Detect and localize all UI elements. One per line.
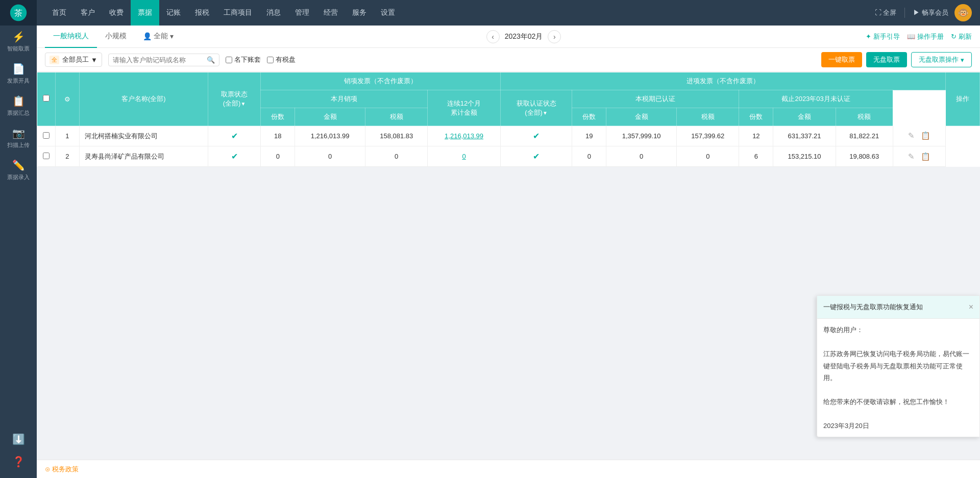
notification-text: 尊敬的用户： 江苏政务网已恢复访问电子税务局功能，易代账一键登陆电子税务局与无盘… [823,324,973,432]
employee-select[interactable]: 全 全部员工 ▼ [45,53,102,67]
no-disk-operations-btn[interactable]: 无盘取票操作 ▾ [911,52,972,67]
row-period-count: 19 [572,126,606,146]
select-all-checkbox[interactable] [43,95,50,102]
row-checkbox[interactable] [43,132,50,139]
sidebar-bottom: ⬇️ ❓ [0,428,37,478]
search-input[interactable] [113,56,205,64]
current-month: 2023年02月 [505,32,543,41]
sidebar-item-label: 票据汇总 [7,109,30,117]
nav-business[interactable]: 工商项目 [216,0,259,26]
row-deduction-status: ✔ [208,146,261,167]
notification-header: 一键报税与无盘取票功能恢复通知 × [817,296,979,319]
fullscreen-btn[interactable]: ⛶ 全屏 [875,8,897,17]
sidebar-item-help[interactable]: ❓ [0,450,37,473]
book-icon: 📖 [907,33,915,40]
row-cumulative[interactable]: 0 [428,146,500,167]
row-cumulative[interactable]: 1,216,013.99 [428,126,500,146]
notification-close-btn[interactable]: × [969,300,973,315]
fullscreen-icon: ⛶ [875,9,881,16]
notification-body: 尊敬的用户： 江苏政务网已恢复访问电子税务局功能，易代账一键登陆电子税务局与无盘… [817,319,979,437]
search-input-wrap: 🔍 [108,54,219,66]
logo: 茶 [0,0,37,26]
detail-icon[interactable]: 📋 [921,131,930,140]
sidebar-item-download[interactable]: ⬇️ [0,428,37,450]
row-uncert-count: 12 [739,126,773,146]
row-checkbox[interactable] [43,153,50,159]
nav-settings[interactable]: 设置 [374,0,402,26]
vip-btn[interactable]: ▶ 畅享会员 [913,8,948,17]
has-tax-checkbox[interactable]: 有税盘 [267,55,296,64]
detail-icon[interactable]: 📋 [921,152,930,161]
svg-text:茶: 茶 [14,8,22,17]
tab-all[interactable]: 👤 全能 ▾ [135,26,182,48]
data-entry-icon: ✏️ [12,159,25,171]
nav-operation[interactable]: 经营 [316,0,345,26]
help-icon: ❓ [12,456,25,468]
download-icon: ⬇️ [12,433,25,445]
topnav-right: ⛶ 全屏 ▶ 畅享会员 🐵 [875,4,972,21]
nav-bookkeeping[interactable]: 记账 [159,0,188,26]
nav-service[interactable]: 服务 [345,0,374,26]
no-disk-deduction-btn[interactable]: 无盘取票 [866,52,907,67]
row-check[interactable] [37,146,56,167]
sidebar-item-data-entry[interactable]: ✏️ 票据录入 [0,154,37,186]
top-navigation: 首页 客户 收费 票据 记账 报税 工商项目 消息 管理 经营 服务 设置 ⛶ … [37,0,980,26]
tab-right-actions: ✦ 新手引导 📖 操作手册 ↻ 刷新 [866,32,972,41]
edit-icon[interactable]: ✎ [908,152,915,161]
prev-month-btn[interactable]: ‹ [486,30,500,43]
user-icon: 👤 [143,32,152,40]
row-period-tax: 0 [677,146,739,167]
one-click-deduction-btn[interactable]: 一键取票 [821,52,862,67]
nav-billing[interactable]: 收费 [102,0,131,26]
row-name: 灵寿县尚泽矿产品有限公司 [79,146,208,167]
row-month-count: 18 [261,126,295,146]
nav-invoice[interactable]: 票据 [131,0,159,26]
col-cumulative: 连续12个月累计金额 [428,90,500,126]
notification-popup: 一键报税与无盘取票功能恢复通知 × 尊敬的用户： 江苏政务网已恢复访问电子税务局… [817,295,980,437]
manual-btn[interactable]: 📖 操作手册 [907,32,944,41]
tab-general-taxpayer[interactable]: 一般纳税人 [45,26,97,48]
nav-message[interactable]: 消息 [259,0,288,26]
row-month-amount: 0 [295,146,365,167]
sub-account-check[interactable] [226,57,232,63]
invoice-summary-icon: 📋 [12,95,25,107]
row-name: 河北柯搭楠实业有限公司 [79,126,208,146]
col-uncert-tax: 税额 [836,108,893,126]
col-check [37,72,56,126]
row-month-tax: 158,081.83 [365,126,428,146]
refresh-btn[interactable]: ↻ 刷新 [951,32,972,41]
tax-policy-link[interactable]: ⊙ 税务政策 [45,465,79,474]
sidebar-item-invoice-summary[interactable]: 📋 票据汇总 [0,90,37,122]
tab-small-scale[interactable]: 小规模 [97,26,135,48]
row-uncert-tax: 19,808.63 [836,146,893,167]
scan-icon: 📷 [12,127,25,139]
col-deduction-status: 取票状态(全部)▼ [208,72,261,126]
employee-dropdown-icon: ▼ [91,56,97,64]
has-tax-check[interactable] [267,57,274,63]
col-month-count: 份数 [261,108,295,126]
nav-client[interactable]: 客户 [74,0,102,26]
row-cert-status: ✔ [500,126,572,146]
new-guide-btn[interactable]: ✦ 新手引导 [866,32,900,41]
avatar[interactable]: 🐵 [954,4,972,21]
row-month-amount: 1,216,013.99 [295,126,365,146]
sub-account-checkbox[interactable]: 名下账套 [226,55,261,64]
nav-home[interactable]: 首页 [45,0,74,26]
sidebar-item-smart-deduction[interactable]: ⚡ 智能取票 [0,26,37,58]
sidebar: 茶 ⚡ 智能取票 📄 发票开具 📋 票据汇总 📷 扫描上传 ✏️ 票据录入 ⬇️… [0,0,37,478]
edit-icon[interactable]: ✎ [908,131,915,140]
row-period-amount: 0 [606,146,677,167]
sidebar-item-invoice-open[interactable]: 📄 发票开具 [0,58,37,90]
sidebar-item-label: 智能取票 [7,45,30,53]
has-tax-label: 有税盘 [276,55,296,64]
table-body: 1 河北柯搭楠实业有限公司 ✔ 18 1,216,013.99 158,081.… [37,126,980,167]
employee-select-label: 全部员工 [62,55,89,64]
tab-small-scale-label: 小规模 [105,32,127,41]
nav-management[interactable]: 管理 [288,0,316,26]
nav-tax[interactable]: 报税 [188,0,216,26]
row-check[interactable] [37,126,56,146]
sidebar-item-scan-upload[interactable]: 📷 扫描上传 [0,122,37,154]
next-month-btn[interactable]: › [548,30,561,43]
operations-dropdown-icon: ▾ [961,56,964,64]
col-settings[interactable]: ⚙ [56,72,80,126]
